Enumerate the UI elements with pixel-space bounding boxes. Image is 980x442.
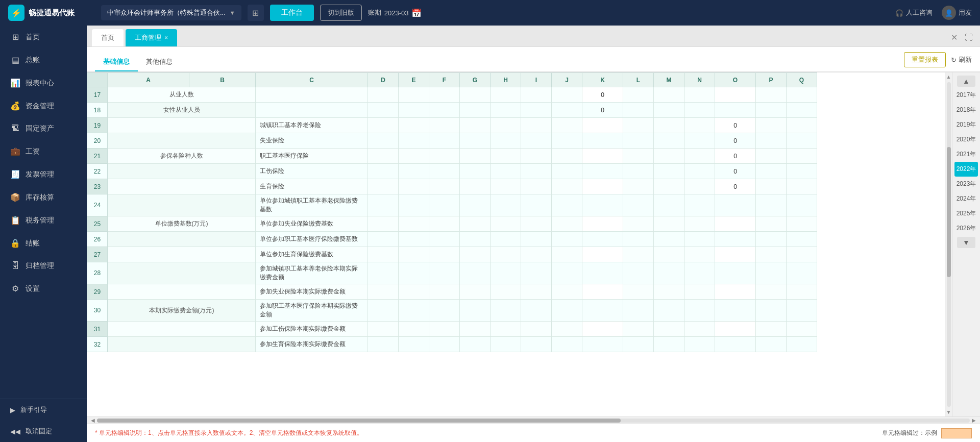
cell-empty[interactable] <box>521 179 552 194</box>
cell-c[interactable]: 城镇职工基本养老保险 <box>256 118 368 133</box>
cell-empty[interactable] <box>623 164 654 179</box>
cell-empty[interactable] <box>429 232 460 247</box>
cell-empty[interactable] <box>429 322 460 337</box>
cell-o[interactable] <box>715 284 756 300</box>
cell-o[interactable] <box>715 262 756 284</box>
cell-c[interactable]: 单位参加失业保险缴费基数 <box>256 216 368 232</box>
cell-k[interactable] <box>582 179 623 194</box>
scroll-down-icon[interactable]: ▼ <box>946 408 951 416</box>
cell-empty[interactable] <box>491 194 521 216</box>
cell-c[interactable]: 职工基本医疗保险 <box>256 149 368 164</box>
cell-o[interactable] <box>715 300 756 322</box>
table-row[interactable]: 30本期实际缴费金额(万元)参加职工基本医疗保险本期实际缴费金额 <box>87 300 817 322</box>
cell-empty[interactable] <box>460 216 491 232</box>
cell-empty[interactable] <box>684 337 715 352</box>
year-item[interactable]: 2025年 <box>954 206 978 221</box>
cell-empty[interactable] <box>623 179 654 194</box>
cell-empty[interactable] <box>368 284 399 300</box>
cell-empty[interactable] <box>684 149 715 164</box>
tab-home[interactable]: 首页 <box>92 29 124 46</box>
cell-k[interactable] <box>582 232 623 247</box>
cell-empty[interactable] <box>521 216 552 232</box>
sidebar-item-archive[interactable]: 🗄 归档管理 <box>0 255 87 277</box>
cell-empty[interactable] <box>521 262 552 284</box>
vertical-scrollbar[interactable]: ▲ ▼ <box>945 72 952 416</box>
cell-o[interactable] <box>715 322 756 337</box>
year-item[interactable]: 2024年 <box>954 191 978 206</box>
table-row[interactable]: 31参加工伤保险本期实际缴费金额 <box>87 322 817 337</box>
cell-empty[interactable] <box>552 149 582 164</box>
cell-k[interactable] <box>582 194 623 216</box>
cell-empty[interactable] <box>429 300 460 322</box>
cell-empty[interactable] <box>429 103 460 118</box>
cell-c[interactable]: 工伤保险 <box>256 164 368 179</box>
cell-o[interactable] <box>715 103 756 118</box>
tab-commerce-management[interactable]: 工商管理 × <box>126 29 177 46</box>
cell-empty[interactable] <box>460 262 491 284</box>
sidebar-item-inventory[interactable]: 📦 库存核算 <box>0 186 87 209</box>
cell-empty[interactable] <box>552 133 582 149</box>
cell-empty[interactable] <box>521 247 552 262</box>
cell-o[interactable] <box>715 232 756 247</box>
horizontal-scrollbar[interactable]: ◀ ▶ <box>87 416 980 424</box>
cell-empty[interactable] <box>460 164 491 179</box>
cell-ab[interactable]: 从业人数 <box>108 87 256 103</box>
cell-empty[interactable] <box>399 262 429 284</box>
cell-empty[interactable] <box>521 103 552 118</box>
cell-empty[interactable] <box>552 179 582 194</box>
cell-empty[interactable] <box>521 337 552 352</box>
cell-empty[interactable] <box>491 133 521 149</box>
cell-empty[interactable] <box>399 300 429 322</box>
cell-empty[interactable] <box>654 194 684 216</box>
cell-ab[interactable] <box>108 133 256 149</box>
cell-empty[interactable] <box>654 149 684 164</box>
cell-empty[interactable] <box>684 164 715 179</box>
cell-ab[interactable]: 本期实际缴费金额(万元) <box>108 300 256 322</box>
cell-k[interactable]: 0 <box>582 87 623 103</box>
cell-empty[interactable] <box>399 103 429 118</box>
cell-empty[interactable] <box>756 87 787 103</box>
cell-empty[interactable] <box>756 103 787 118</box>
cell-empty[interactable] <box>787 118 817 133</box>
cell-empty[interactable] <box>460 149 491 164</box>
cell-empty[interactable] <box>491 232 521 247</box>
cell-empty[interactable] <box>654 322 684 337</box>
cell-empty[interactable] <box>756 149 787 164</box>
cell-empty[interactable] <box>491 164 521 179</box>
cell-empty[interactable] <box>491 118 521 133</box>
year-item[interactable]: 2017年 <box>954 88 978 103</box>
cell-empty[interactable] <box>623 247 654 262</box>
cell-empty[interactable] <box>756 247 787 262</box>
expand-window-icon[interactable]: ⛶ <box>963 32 975 43</box>
cell-empty[interactable] <box>684 232 715 247</box>
cell-empty[interactable] <box>552 232 582 247</box>
company-selector[interactable]: 中审众环会计师事务所（特殊普通合伙... ▼ <box>101 5 241 20</box>
cell-empty[interactable] <box>787 194 817 216</box>
table-row[interactable]: 21参保各险种人数职工基本医疗保险0 <box>87 149 817 164</box>
cell-empty[interactable] <box>460 133 491 149</box>
cell-empty[interactable] <box>684 87 715 103</box>
cell-empty[interactable] <box>684 247 715 262</box>
cell-empty[interactable] <box>429 194 460 216</box>
sidebar-item-salary[interactable]: 💼 工资 <box>0 140 87 163</box>
cell-k[interactable] <box>582 262 623 284</box>
cell-empty[interactable] <box>368 179 399 194</box>
cell-empty[interactable] <box>756 300 787 322</box>
cell-empty[interactable] <box>623 118 654 133</box>
cell-empty[interactable] <box>460 337 491 352</box>
cell-empty[interactable] <box>684 103 715 118</box>
cell-empty[interactable] <box>623 232 654 247</box>
cell-o[interactable] <box>715 194 756 216</box>
year-item[interactable]: 2018年 <box>954 103 978 117</box>
h-scroll-thumb[interactable] <box>97 419 621 423</box>
sidebar-item-tax[interactable]: 📋 税务管理 <box>0 209 87 232</box>
cell-empty[interactable] <box>399 118 429 133</box>
cell-empty[interactable] <box>460 300 491 322</box>
cell-c[interactable]: 单位参加生育保险缴费基数 <box>256 247 368 262</box>
cell-o[interactable]: 0 <box>715 164 756 179</box>
cell-empty[interactable] <box>684 179 715 194</box>
cell-empty[interactable] <box>399 337 429 352</box>
cell-empty[interactable] <box>552 87 582 103</box>
cell-empty[interactable] <box>756 118 787 133</box>
cell-empty[interactable] <box>491 284 521 300</box>
